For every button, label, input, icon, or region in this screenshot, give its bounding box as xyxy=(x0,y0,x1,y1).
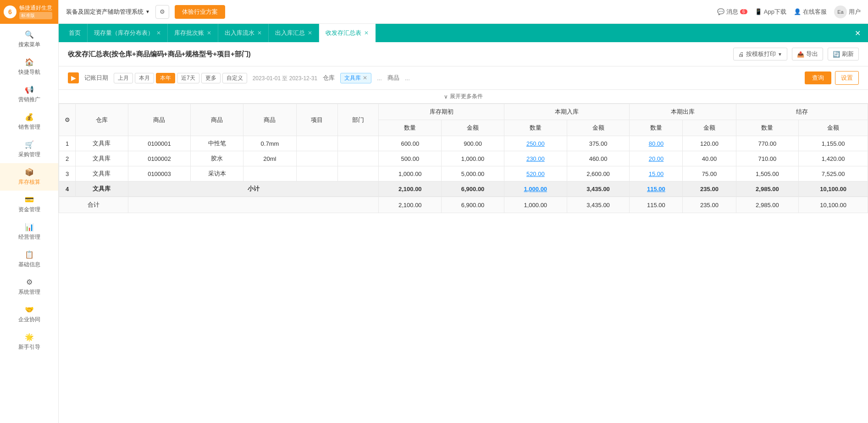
goods-more[interactable]: ... xyxy=(405,75,410,82)
tab-batch-account[interactable]: 库存批次账 ✕ xyxy=(168,24,218,42)
tab-bar-close-button[interactable]: ✕ xyxy=(851,29,864,38)
th-closing-amount: 金额 xyxy=(799,120,868,136)
app-download-button[interactable]: 📱 App下载 xyxy=(755,8,786,16)
tab-recv-send-summary-close[interactable]: ✕ xyxy=(364,30,369,36)
tab-inventory-dist[interactable]: 现存量（库存分布表） ✕ xyxy=(88,24,168,42)
warehouse-tag-close[interactable]: ✕ xyxy=(363,75,367,81)
sidebar-item-guide[interactable]: 🌟 新手引导 xyxy=(0,328,58,356)
subtotal-row: 4 文具库 小计 2,100.00 6,900.00 1,000.00 3,43… xyxy=(59,181,868,197)
sidebar-item-label: 库存核算 xyxy=(18,178,40,186)
topbar-right: 💬 消息 6 📱 App下载 👤 在线客服 Ea 用户 xyxy=(717,5,861,18)
filter-actions: 查询 设置 xyxy=(805,71,859,85)
cell-in-amount: 2,600.00 xyxy=(567,166,630,181)
cell-subtotal-in-qty[interactable]: 1,000.00 xyxy=(504,181,567,197)
cell-project xyxy=(296,151,337,166)
cell-goods-name: 中性笔 xyxy=(191,136,243,151)
chevron-down-icon: ▼ xyxy=(145,9,150,14)
tab-inout-summary[interactable]: 出入库汇总 ✕ xyxy=(269,24,319,42)
print-label: 按模板打印 xyxy=(746,50,776,58)
th-out-group: 本期出库 xyxy=(630,104,736,120)
app-download-label: App下载 xyxy=(764,8,786,16)
cell-out-amount: 120.00 xyxy=(683,136,736,151)
sidebar-item-collab[interactable]: 🤝 企业协同 xyxy=(0,301,58,328)
tab-inout-flow[interactable]: 出入库流水 ✕ xyxy=(218,24,269,42)
phone-icon: 📱 xyxy=(755,8,762,15)
date-btn-7days[interactable]: 近7天 xyxy=(177,73,199,83)
sidebar-item-quick-nav[interactable]: 🏠 快捷导航 xyxy=(0,53,58,81)
search-icon: 🔍 xyxy=(25,30,34,39)
cell-project xyxy=(296,136,337,151)
th-settings[interactable]: ⚙ xyxy=(59,104,76,136)
messages-button[interactable]: 💬 消息 6 xyxy=(717,8,747,16)
cta-button[interactable]: 体验行业方案 xyxy=(175,5,225,19)
tab-recv-send-summary[interactable]: 收发存汇总表 ✕ xyxy=(319,24,376,42)
cell-total-closing-amount: 10,100.00 xyxy=(799,197,868,213)
cell-warehouse: 文具库 xyxy=(76,136,128,151)
sidebar-item-sales[interactable]: 💰 销售管理 xyxy=(0,108,58,136)
tab-inventory-dist-close[interactable]: ✕ xyxy=(156,30,161,36)
user-button[interactable]: Ea 用户 xyxy=(834,5,861,18)
query-button[interactable]: 查询 xyxy=(805,71,831,84)
sidebar-item-label: 资金管理 xyxy=(18,206,40,214)
cell-goods-name: 胶水 xyxy=(191,151,243,166)
sidebar-item-finance[interactable]: 💳 资金管理 xyxy=(0,191,58,218)
cell-opening-qty: 600.00 xyxy=(379,136,442,151)
sidebar-item-system[interactable]: ⚙ 系统管理 xyxy=(0,273,58,301)
table-row: 3 文具库 0100003 采访本 1,000.00 5,000.00 520.… xyxy=(59,166,868,181)
cell-opening-qty: 500.00 xyxy=(379,151,442,166)
export-icon: 📤 xyxy=(797,51,804,58)
th-in-amount: 金额 xyxy=(567,120,630,136)
cell-warehouse: 文具库 xyxy=(76,151,128,166)
sidebar-item-search[interactable]: 🔍 搜索菜单 xyxy=(0,26,58,53)
date-btn-this-year[interactable]: 本年 xyxy=(156,73,175,83)
data-table: ⚙ 仓库 商品 商品 商品 项目 部门 库存期初 本期入库 本期出库 结存 xyxy=(59,104,868,213)
tab-home-label: 首页 xyxy=(69,29,81,37)
refresh-button[interactable]: 🔄 刷新 xyxy=(828,48,859,60)
sidebar-item-marketing[interactable]: 📢 营销推广 xyxy=(0,81,58,108)
settings-button[interactable]: ⚙ xyxy=(155,5,169,19)
marketing-icon: 📢 xyxy=(25,85,34,94)
date-btn-more[interactable]: 更多 xyxy=(201,73,221,83)
cell-total-opening-qty: 2,100.00 xyxy=(379,197,442,213)
cell-in-qty[interactable]: 250.00 xyxy=(504,136,567,151)
cell-out-qty[interactable]: 80.00 xyxy=(630,136,683,151)
sidebar-item-label: 销售管理 xyxy=(18,123,40,131)
tab-inout-summary-label: 出入库汇总 xyxy=(275,29,305,37)
user-label: 用户 xyxy=(849,8,861,16)
tab-home[interactable]: 首页 xyxy=(62,24,88,42)
date-btn-custom[interactable]: 自定义 xyxy=(222,73,247,83)
filter-settings-button[interactable]: 设置 xyxy=(835,71,859,85)
cell-in-qty[interactable]: 230.00 xyxy=(504,151,567,166)
cell-subtotal-out-qty[interactable]: 115.00 xyxy=(630,181,683,197)
print-button[interactable]: 🖨 按模板打印 ▼ xyxy=(733,48,787,60)
sidebar: 6 畅捷通好生意 标准版 🔍 搜索菜单 🏠 快捷导航 📢 营销推广 💰 xyxy=(0,0,59,423)
filter-expand-toggle[interactable]: ▶ xyxy=(68,72,79,83)
cell-out-qty[interactable]: 20.00 xyxy=(630,151,683,166)
online-support-button[interactable]: 👤 在线客服 xyxy=(794,8,827,16)
cell-subtotal-closing-amount: 10,100.00 xyxy=(799,181,868,197)
guide-icon: 🌟 xyxy=(25,333,34,341)
cell-in-qty[interactable]: 520.00 xyxy=(504,166,567,181)
sidebar-item-inventory[interactable]: 📦 库存核算 xyxy=(0,163,58,191)
sidebar-item-basic-info[interactable]: 📋 基础信息 xyxy=(0,246,58,273)
tab-batch-account-close[interactable]: ✕ xyxy=(207,30,211,36)
tab-inout-summary-close[interactable]: ✕ xyxy=(308,30,312,36)
date-btn-this-month[interactable]: 本月 xyxy=(135,73,154,83)
cell-warehouse: 文具库 xyxy=(76,166,128,181)
tab-inout-flow-close[interactable]: ✕ xyxy=(257,30,262,36)
support-icon: 👤 xyxy=(794,8,801,15)
refresh-icon: 🔄 xyxy=(833,51,840,58)
cell-out-qty[interactable]: 15.00 xyxy=(630,166,683,181)
topbar: 装备及固定资产辅助管理系统 ▼ ⚙ 体验行业方案 💬 消息 6 📱 App下载 xyxy=(59,0,868,24)
th-goods-code: 商品 xyxy=(128,104,191,136)
export-button[interactable]: 📤 导出 xyxy=(792,48,823,60)
logo-badge: 标准版 xyxy=(19,12,52,19)
sidebar-item-purchase[interactable]: 🛒 采购管理 xyxy=(0,136,58,163)
expand-conditions-button[interactable]: ∨ 展开更多条件 xyxy=(444,93,483,100)
cell-subtotal-seq: 4 xyxy=(59,181,76,197)
sidebar-item-operations[interactable]: 📊 经营管理 xyxy=(0,218,58,246)
cell-total-label: 合计 xyxy=(59,197,128,213)
date-btn-last-month[interactable]: 上月 xyxy=(114,73,133,83)
system-title-dropdown[interactable]: 装备及固定资产辅助管理系统 ▼ xyxy=(66,8,150,16)
warehouse-more[interactable]: ... xyxy=(377,75,382,82)
